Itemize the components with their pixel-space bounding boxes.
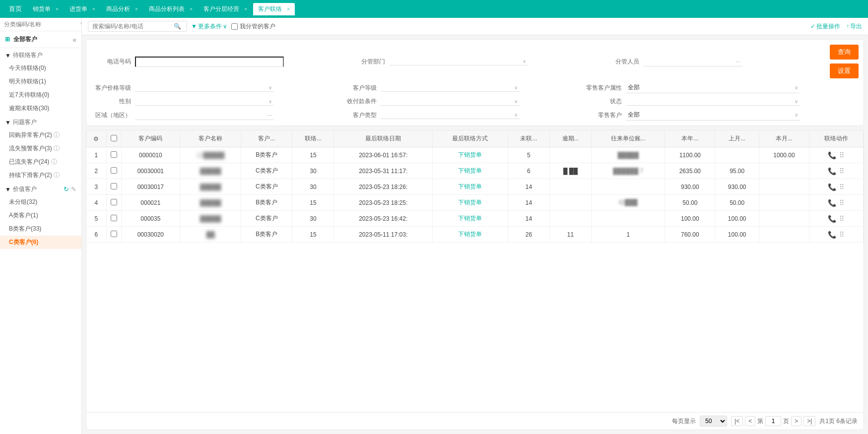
row-unlinked: 5 xyxy=(508,147,549,163)
page-next-button[interactable]: > xyxy=(791,416,801,426)
chevron-ct-icon: ∨ xyxy=(514,112,518,118)
close-product-list-icon[interactable]: × xyxy=(190,6,193,12)
sidebar-collapse-icon[interactable]: « xyxy=(72,36,76,44)
row-checkbox[interactable] xyxy=(106,163,121,179)
sidebar-all-customers[interactable]: ⊞ 全部客户 « xyxy=(0,31,81,48)
phone-input[interactable] xyxy=(135,57,284,67)
close-purchase-icon[interactable]: × xyxy=(92,6,95,12)
sidebar-item-a-class[interactable]: A类客户(1) xyxy=(0,209,81,222)
person-select[interactable]: ··· xyxy=(643,57,742,66)
row-this-month xyxy=(759,179,809,195)
page-last-button[interactable]: >| xyxy=(803,416,815,426)
row-last-method[interactable]: 下销货单 xyxy=(433,195,508,211)
sidebar-item-unclassified[interactable]: 未分组(32) xyxy=(0,195,81,209)
close-customer-contact-icon[interactable]: × xyxy=(287,6,290,12)
close-sales-icon[interactable]: × xyxy=(56,6,59,12)
sidebar-item-overdue[interactable]: 逾期未联络(30) xyxy=(0,102,81,115)
filter-row-1: 电话号码 分管部门 ∨ 分管人员 ··· xyxy=(91,45,859,78)
row-last-method[interactable]: 下销货单 xyxy=(433,211,508,227)
row-last-method[interactable]: 下销货单 xyxy=(433,163,508,179)
close-customer-segment-icon[interactable]: × xyxy=(244,6,247,12)
my-customers-check[interactable] xyxy=(231,23,238,30)
sidebar-search-input[interactable] xyxy=(4,21,78,28)
sidebar-item-c-class[interactable]: C类客户(6) xyxy=(0,236,81,249)
sidebar-item-lost[interactable]: 已流失客户(24) ⓘ xyxy=(0,155,81,169)
dept-select[interactable]: ∨ xyxy=(389,58,528,65)
phone-action-icon[interactable]: 📞 xyxy=(828,231,836,239)
more-conditions-button[interactable]: ▼ 更多条件 ∨ xyxy=(191,22,227,31)
nav-product-analysis[interactable]: 商品分析 × xyxy=(101,3,143,15)
more-action-icon[interactable]: ⠿ xyxy=(839,231,844,239)
value-grade-select[interactable]: ∨ xyxy=(135,84,274,92)
payment-select[interactable]: ∨ xyxy=(381,98,520,106)
row-last-method[interactable]: 下销货单 xyxy=(433,147,508,163)
edit-icon[interactable]: ✎ xyxy=(71,186,76,193)
status-select[interactable]: ∨ xyxy=(626,98,800,106)
more-action-icon[interactable]: ⠿ xyxy=(839,215,844,223)
sidebar-item-declining[interactable]: 持续下滑客户(2) ⓘ xyxy=(0,169,81,182)
nav-customer-segment[interactable]: 客户分层经营 × xyxy=(199,3,252,15)
nav-sales[interactable]: 销货单 × xyxy=(28,3,64,15)
nav-customer-contact[interactable]: 客户联络 × xyxy=(253,3,295,15)
retail-customer-select[interactable]: 全部 ∨ xyxy=(626,110,800,121)
th-settings[interactable]: ⚙ xyxy=(86,130,106,147)
more-action-icon[interactable]: ⠿ xyxy=(839,167,844,175)
nav-purchase[interactable]: 进货单 × xyxy=(65,3,100,15)
row-no: 4 xyxy=(86,195,106,211)
sidebar-item-b-class[interactable]: B类客户(33) xyxy=(0,222,81,236)
settings-button[interactable]: 设置 xyxy=(830,63,859,78)
export-button[interactable]: ↑ 导出 xyxy=(846,22,862,31)
refresh-icon[interactable]: ↻ xyxy=(64,186,69,193)
more-action-icon[interactable]: ⠿ xyxy=(839,151,844,159)
close-product-analysis-icon[interactable]: × xyxy=(135,6,138,12)
toolbar-right: ✓ 批量操作 ↑ 导出 xyxy=(810,22,862,31)
dept-label: 分管部门 xyxy=(345,58,385,66)
gender-select[interactable]: ∨ xyxy=(135,98,274,106)
more-action-icon[interactable]: ⠿ xyxy=(839,199,844,207)
row-checkbox[interactable] xyxy=(106,211,121,227)
row-last-method[interactable]: 下销货单 xyxy=(433,179,508,195)
more-action-icon[interactable]: ⠿ xyxy=(839,183,844,191)
row-contact: 15 xyxy=(292,195,334,211)
phone-action-icon[interactable]: 📞 xyxy=(828,199,836,207)
page-size-select[interactable]: 50 100 xyxy=(700,416,727,427)
row-this-month xyxy=(759,211,809,227)
row-checkbox[interactable] xyxy=(106,227,121,243)
page-number-input[interactable] xyxy=(765,416,781,426)
phone-action-icon[interactable]: 📞 xyxy=(828,215,836,223)
sidebar-item-abnormal[interactable]: 回购异常客户(2) ⓘ xyxy=(0,128,81,142)
nav-product-list[interactable]: 商品分析列表 × xyxy=(144,3,198,15)
region-select[interactable]: ··· xyxy=(135,111,274,120)
row-last-method[interactable]: 下销货单 xyxy=(433,227,508,243)
phone-action-icon[interactable]: 📞 xyxy=(828,183,836,191)
th-checkbox[interactable] xyxy=(106,130,121,147)
my-customers-checkbox[interactable]: 我分管的客户 xyxy=(231,22,275,31)
customer-grade-select[interactable]: ∨ xyxy=(381,84,520,92)
query-button[interactable]: 查询 xyxy=(830,45,859,60)
sidebar-item-today[interactable]: 今天待联络(0) xyxy=(0,62,81,75)
row-checkbox[interactable] xyxy=(106,179,121,195)
phone-action-icon[interactable]: 📞 xyxy=(828,151,836,159)
row-no: 1 xyxy=(86,147,106,163)
row-overdue xyxy=(549,195,591,211)
customer-type-select[interactable]: ∨ xyxy=(381,111,520,119)
sidebar-item-tomorrow[interactable]: 明天待联络(1) xyxy=(0,75,81,88)
nav-home[interactable]: 首页 xyxy=(4,2,27,15)
phone-action-icon[interactable]: 📞 xyxy=(828,167,836,175)
row-checkbox[interactable] xyxy=(106,147,121,163)
sidebar-item-warning[interactable]: 流失预警客户(3) ⓘ xyxy=(0,142,81,155)
row-name: 12█████ xyxy=(180,147,241,163)
sidebar-item-7days[interactable]: 近7天待联络(0) xyxy=(0,88,81,102)
retail-attr-select[interactable]: 全部 ∨ xyxy=(626,82,800,93)
page-first-button[interactable]: |< xyxy=(731,416,743,426)
th-last-month: 上月... xyxy=(715,130,759,147)
check-icon: ✓ xyxy=(810,23,815,30)
select-all-checkbox[interactable] xyxy=(111,135,117,141)
search-icon[interactable]: 🔍 xyxy=(174,23,181,30)
row-checkbox[interactable] xyxy=(106,195,121,211)
page-prev-button[interactable]: < xyxy=(745,416,755,426)
table-container: ⚙ 客户编码 客户名称 客户... 联络... 最后联络日期 最后联络方式 未联… xyxy=(86,130,864,413)
search-input[interactable] xyxy=(92,23,172,30)
batch-op-button[interactable]: ✓ 批量操作 xyxy=(810,22,840,31)
filter-customer-grade-col: 客户等级 ∨ xyxy=(337,84,555,92)
